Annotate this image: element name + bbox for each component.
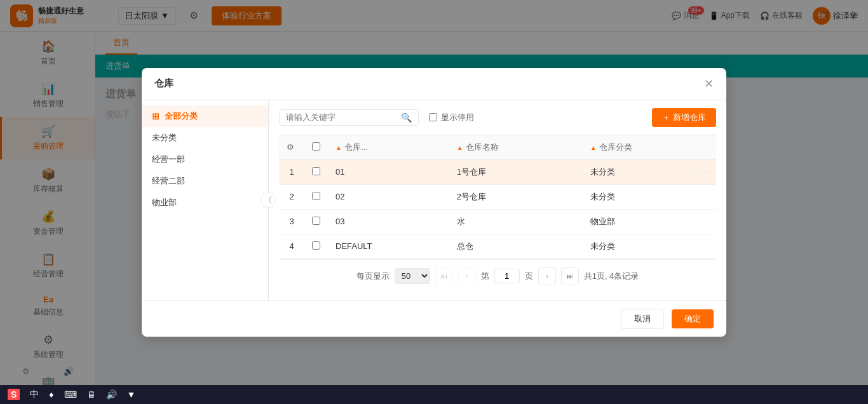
table-head: ⚙ ▲仓库... ▲仓库名称 (279, 135, 716, 159)
last-page-button[interactable]: ⏭ (561, 267, 579, 285)
row-category: 未分类 (583, 184, 716, 209)
sort-icon-code: ▲ (336, 144, 342, 151)
row-category: 未分类 ··· (583, 159, 716, 184)
page-number-input[interactable] (494, 269, 520, 283)
category-sidebar: ⊞ 全部分类 未分类 经营一部 经营二部 物业部 《 (142, 100, 269, 300)
row-code: DEFAULT (328, 234, 449, 259)
row-category: 未分类 (583, 234, 716, 259)
grid-icon: ⊞ (152, 111, 159, 121)
search-box: 🔍 (279, 109, 419, 126)
table-toolbar: 🔍 显示停用 ＋ 新增仓库 (279, 108, 716, 127)
status-zh-icon[interactable]: 中 (30, 389, 39, 400)
search-input[interactable] (286, 112, 401, 122)
toolbar-left: 🔍 显示停用 (279, 109, 474, 126)
table-area: 🔍 显示停用 ＋ 新增仓库 ⚙ (269, 100, 726, 300)
status-keyboard-icon[interactable]: ⌨ (64, 389, 77, 400)
confirm-button[interactable]: 确定 (672, 309, 714, 328)
prev-page-button[interactable]: ‹ (458, 267, 476, 285)
modal-close-button[interactable]: ✕ (704, 77, 714, 91)
table-row[interactable]: 1 01 1号仓库 未分类 ··· (279, 159, 716, 184)
show-disabled-label[interactable]: 显示停用 (429, 112, 474, 123)
table-row[interactable]: 3 03 水 物业部 (279, 209, 716, 234)
table-row[interactable]: 2 02 2号仓库 未分类 (279, 184, 716, 209)
status-volume-icon[interactable]: 🔊 (106, 389, 117, 400)
status-s-icon[interactable]: S (8, 389, 20, 400)
row-settings: 4 (279, 234, 304, 259)
collapse-button[interactable]: 《 (261, 192, 276, 208)
col-checkbox (304, 135, 328, 159)
cat-uncat[interactable]: 未分类 (142, 127, 268, 149)
row-code: 03 (328, 209, 449, 234)
page-size-select[interactable]: 50 10 20 100 (395, 268, 430, 284)
modal-footer: 取消 确定 (142, 300, 726, 337)
row-code: 01 (328, 159, 449, 184)
row-category: 物业部 (583, 209, 716, 234)
row-name: 1号仓库 (449, 159, 583, 184)
show-disabled-checkbox[interactable] (429, 113, 437, 121)
row-name: 水 (449, 209, 583, 234)
row-name: 2号仓库 (449, 184, 583, 209)
first-page-button[interactable]: ⏮ (435, 267, 453, 285)
row-settings: 3 (279, 209, 304, 234)
col-category: ▲仓库分类 (583, 135, 716, 159)
modal-body: ⊞ 全部分类 未分类 经营一部 经营二部 物业部 《 (142, 100, 726, 300)
row-checkbox[interactable] (304, 159, 328, 184)
modal-backdrop: 仓库 ✕ ⊞ 全部分类 未分类 经营一部 经营二部 (0, 0, 868, 404)
table-container: ⚙ ▲仓库... ▲仓库名称 (279, 135, 716, 259)
table-row[interactable]: 4 DEFAULT 总仓 未分类 (279, 234, 716, 259)
search-icon[interactable]: 🔍 (401, 112, 412, 123)
next-page-button[interactable]: › (538, 267, 556, 285)
table-body: 1 01 1号仓库 未分类 ··· 2 02 2号仓库 (279, 159, 716, 259)
modal-title: 仓库 (154, 77, 173, 90)
row-more-icon[interactable]: ··· (702, 166, 709, 176)
cat-dept2[interactable]: 经营二部 (142, 170, 268, 192)
cat-dept1[interactable]: 经营一部 (142, 149, 268, 170)
row-checkbox[interactable] (304, 184, 328, 209)
col-code: ▲仓库... (328, 135, 449, 159)
col-settings: ⚙ (279, 135, 304, 159)
row-checkbox[interactable] (304, 234, 328, 259)
row-name: 总仓 (449, 234, 583, 259)
cancel-button[interactable]: 取消 (621, 309, 664, 329)
row-settings: 2 (279, 184, 304, 209)
cat-property[interactable]: 物业部 (142, 192, 268, 213)
warehouse-modal: 仓库 ✕ ⊞ 全部分类 未分类 经营一部 经营二部 (142, 68, 726, 337)
status-chevron-icon[interactable]: ▼ (127, 389, 136, 400)
row-settings: 1 (279, 159, 304, 184)
status-dot-icon[interactable]: ♦ (49, 389, 53, 400)
warehouse-table: ⚙ ▲仓库... ▲仓库名称 (279, 135, 716, 259)
status-monitor-icon[interactable]: 🖥 (87, 389, 96, 400)
status-bar: S 中 ♦ ⌨ 🖥 🔊 ▼ (0, 385, 868, 404)
modal-header: 仓库 ✕ (142, 68, 726, 100)
col-name: ▲仓库名称 (449, 135, 583, 159)
select-all-checkbox[interactable] (312, 142, 320, 151)
sort-icon-name: ▲ (457, 144, 463, 151)
sort-icon-category: ▲ (590, 144, 597, 151)
cat-all[interactable]: ⊞ 全部分类 (142, 105, 268, 127)
row-checkbox[interactable] (304, 209, 328, 234)
add-warehouse-button[interactable]: ＋ 新增仓库 (652, 108, 716, 127)
row-code: 02 (328, 184, 449, 209)
pagination: 每页显示 50 10 20 100 ⏮ ‹ 第 页 › ⏭ 共1页, 4条记录 (279, 259, 716, 293)
